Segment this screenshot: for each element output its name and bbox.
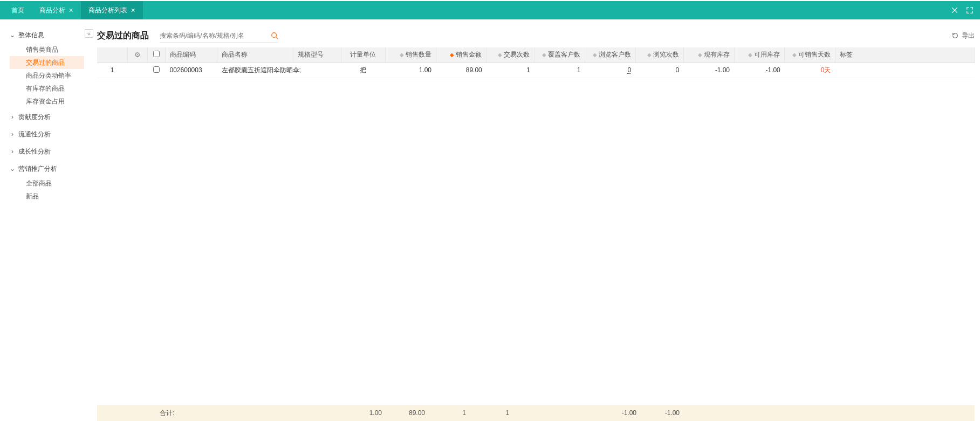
search-box	[160, 29, 278, 43]
col-spec[interactable]: 规格型号	[293, 47, 341, 63]
col-label: 销售数量	[406, 51, 431, 58]
totals-cell-code: 合计:	[155, 409, 200, 418]
col-browse-cnt[interactable]: ◆浏览次数	[635, 47, 683, 63]
row-checkbox[interactable]	[153, 66, 160, 73]
sidebar-item-label: 商品分类动销率	[26, 72, 71, 79]
close-icon[interactable]: ✕	[131, 7, 135, 14]
sort-icon: ◆	[450, 52, 454, 58]
export-label: 导出	[962, 31, 975, 40]
link-value[interactable]: 0	[628, 66, 632, 74]
tab-product-analysis-list[interactable]: 商品分析列表 ✕	[81, 1, 143, 19]
nav-group-header[interactable]: › 贡献度分析	[10, 109, 84, 125]
col-stock-now[interactable]: ◆现有库存	[683, 47, 734, 63]
tab-label: 首页	[11, 6, 24, 15]
col-sales-amt[interactable]: ◆销售金额	[436, 47, 486, 63]
sort-icon: ◆	[498, 52, 502, 58]
nav-group-header[interactable]: › 流通性分析	[10, 126, 84, 142]
totals-cell-cover_cust: 1	[470, 409, 513, 417]
cell-unit: 把	[341, 63, 385, 78]
col-label: 现有库存	[704, 51, 730, 58]
col-trade-cnt[interactable]: ◆交易次数	[486, 47, 534, 63]
table-row[interactable]: 1 002600003 左都胶囊五折遮阳伞防晒伞; 把 1.00 89.00 1…	[97, 63, 975, 78]
tab-label: 商品分析列表	[88, 6, 127, 15]
col-row-no[interactable]	[97, 47, 127, 63]
sidebar-item-new-products[interactable]: 新品	[10, 190, 84, 203]
cell-sell-days: 0天	[785, 63, 835, 78]
search-input[interactable]	[160, 32, 271, 39]
sidebar-item-label: 销售类商品	[26, 46, 58, 53]
col-label: 商品编码	[170, 51, 196, 58]
sidebar-item-category-rate[interactable]: 商品分类动销率	[10, 69, 84, 82]
col-sales-qty[interactable]: ◆销售数量	[385, 47, 436, 63]
cell-row-no: 1	[97, 63, 127, 78]
sidebar-item-with-stock[interactable]: 有库存的商品	[10, 82, 84, 95]
sort-icon: ◆	[698, 52, 702, 58]
nav-group-label: 成长性分析	[18, 147, 51, 156]
sort-icon: ◆	[792, 52, 797, 58]
content-panel: 交易过的商品 导出 ⚙	[94, 24, 980, 421]
chevron-down-icon: ⌄	[10, 165, 15, 172]
tab-bar: 首页 商品分析 ✕ 商品分析列表 ✕	[0, 0, 980, 19]
cell-browse-cust: 0	[585, 63, 636, 78]
chevron-down-icon: ⌄	[10, 31, 15, 39]
fullscreen-icon[interactable]	[965, 5, 975, 15]
sidebar-item-all-products[interactable]: 全部商品	[10, 177, 84, 190]
col-cover-cust[interactable]: ◆覆盖客户数	[534, 47, 585, 63]
export-button[interactable]: 导出	[951, 31, 975, 40]
cell-sales-amt: 89.00	[436, 63, 486, 78]
tab-product-analysis[interactable]: 商品分析 ✕	[32, 1, 81, 19]
cell-checkbox	[148, 63, 166, 78]
content-header: 交易过的商品 导出	[97, 26, 975, 45]
chevron-left-icon: «	[87, 30, 91, 37]
select-all-checkbox[interactable]	[153, 51, 160, 57]
sidebar-item-label: 全部商品	[26, 180, 52, 187]
col-label: 浏览客户数	[599, 51, 631, 58]
nav-group-header[interactable]: ⌄ 营销推广分析	[10, 161, 84, 177]
col-label: 可用库存	[754, 51, 780, 58]
totals-cell-sales_amt: 89.00	[386, 409, 429, 417]
col-label: 覆盖客户数	[548, 51, 580, 58]
sidebar-item-stock-capital[interactable]: 库存资金占用	[10, 95, 84, 108]
close-icon[interactable]: ✕	[68, 7, 73, 14]
sort-icon: ◆	[647, 52, 652, 58]
gear-icon[interactable]: ⚙	[134, 51, 141, 59]
tab-home[interactable]: 首页	[4, 1, 32, 19]
col-name[interactable]: 商品名称	[217, 47, 293, 63]
sidebar-item-label: 有库存的商品	[26, 85, 65, 92]
collapse-sidebar-button[interactable]: «	[85, 29, 93, 38]
sort-icon: ◆	[400, 52, 404, 58]
cell-code: 002600003	[166, 63, 217, 78]
col-stock-avail[interactable]: ◆可用库存	[734, 47, 785, 63]
col-unit[interactable]: 计量单位	[341, 47, 385, 63]
col-gear[interactable]: ⚙	[127, 47, 147, 63]
sidebar-item-label: 交易过的商品	[26, 59, 65, 66]
cell-stock-avail: -1.00	[734, 63, 785, 78]
search-icon[interactable]	[271, 32, 278, 39]
nav-group-liquidity: › 流通性分析	[10, 126, 84, 142]
col-tag[interactable]: 标签	[835, 47, 975, 63]
refresh-icon	[951, 32, 959, 39]
col-sell-days[interactable]: ◆可销售天数	[785, 47, 835, 63]
cell-sales-qty: 1.00	[385, 63, 436, 78]
sidebar-item-traded-products[interactable]: 交易过的商品	[10, 56, 84, 69]
col-label: 可销售天数	[798, 51, 831, 58]
totals-cell-sales_qty: 1.00	[343, 409, 386, 417]
col-label: 商品名称	[222, 51, 248, 58]
cell-gear	[127, 63, 147, 78]
sort-icon: ◆	[542, 52, 546, 58]
col-code[interactable]: 商品编码	[166, 47, 217, 63]
col-checkbox[interactable]	[148, 47, 166, 63]
close-window-icon[interactable]	[950, 5, 960, 15]
totals-row: 合计:1.0089.0011-1.00-1.00	[97, 405, 975, 421]
nav-group-header[interactable]: › 成长性分析	[10, 143, 84, 160]
sort-icon: ◆	[593, 52, 597, 58]
nav-group-header[interactable]: ⌄ 整体信息	[10, 27, 84, 43]
nav-group-label: 贡献度分析	[18, 113, 51, 122]
nav-group-contribution: › 贡献度分析	[10, 109, 84, 125]
col-label: 销售金额	[456, 51, 482, 58]
sidebar-item-sales-products[interactable]: 销售类商品	[10, 43, 84, 56]
nav-group-label: 流通性分析	[18, 130, 51, 139]
col-label: 计量单位	[350, 51, 376, 58]
cell-tag	[835, 63, 975, 78]
col-browse-cust[interactable]: ◆浏览客户数	[585, 47, 636, 63]
